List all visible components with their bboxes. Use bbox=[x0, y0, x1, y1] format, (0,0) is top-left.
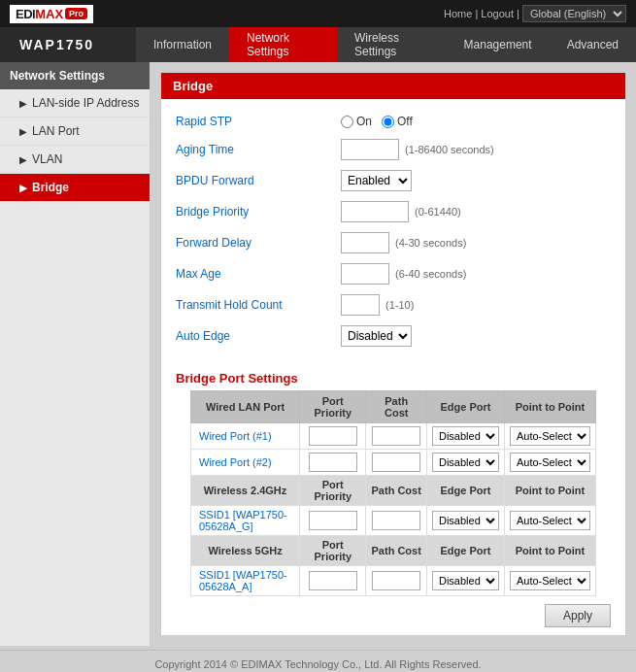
port-table: Wired LAN Port Port Priority Path Cost E… bbox=[190, 390, 596, 596]
rapid-stp-off-radio[interactable] bbox=[382, 116, 394, 128]
bridge-port-section-title: Bridge Port Settings bbox=[161, 361, 625, 390]
nav-network-settings[interactable]: Network Settings bbox=[229, 27, 337, 62]
nav-wireless-settings[interactable]: Wireless Settings bbox=[337, 27, 447, 62]
wired-port-2-p2p-cell: Auto-SelectEnabledDisabled bbox=[504, 450, 595, 476]
logo-box: EDIMAX Pro bbox=[10, 5, 93, 23]
wired-port-1-cost-input[interactable]: 20000 bbox=[372, 426, 420, 446]
wireless-24-ssid1-p2p-select[interactable]: Auto-SelectEnabledDisabled bbox=[510, 511, 590, 530]
bridge-priority-input[interactable]: 32768 bbox=[341, 201, 409, 222]
sidebar-title: Network Settings bbox=[0, 62, 150, 89]
rapid-stp-label: Rapid STP bbox=[176, 115, 341, 128]
wireless-5-ssid1-p2p-cell: Auto-SelectEnabledDisabled bbox=[504, 566, 595, 596]
bridge-priority-hint: (0-61440) bbox=[415, 206, 461, 218]
table-row: SSID1 [WAP1750-05628A_G] 128 200000 Disa… bbox=[191, 506, 596, 536]
auto-edge-label: Auto Edge bbox=[176, 329, 341, 343]
apply-button[interactable]: Apply bbox=[545, 604, 611, 627]
rapid-stp-row: Rapid STP On Off bbox=[176, 109, 611, 134]
forward-delay-input[interactable]: 15 bbox=[341, 232, 389, 253]
content-panel: Bridge Rapid STP On Off bbox=[160, 72, 626, 636]
logo-pro: Pro bbox=[65, 8, 87, 19]
language-select[interactable]: Global (English) bbox=[522, 5, 626, 22]
wireless-24-ssid1-name: SSID1 [WAP1750-05628A_G] bbox=[191, 506, 300, 536]
wired-port-1-name: Wired Port (#1) bbox=[191, 423, 300, 450]
wireless-5-ssid1-cost-cell: 200000 bbox=[366, 566, 427, 596]
nav-information[interactable]: Information bbox=[136, 27, 229, 62]
sidebar-item-label: VLAN bbox=[32, 152, 62, 166]
nav-management[interactable]: Management bbox=[447, 27, 550, 62]
model-bar: WAP1750 Information Network Settings Wir… bbox=[0, 27, 636, 62]
forward-delay-row: Forward Delay 15 (4-30 seconds) bbox=[176, 227, 611, 258]
sidebar-item-label: Bridge bbox=[32, 181, 69, 194]
col-edge-port-24: Edge Port bbox=[426, 476, 504, 506]
auto-edge-row: Auto Edge Disabled Enabled bbox=[176, 320, 611, 352]
logo-area: EDIMAX Pro bbox=[10, 5, 93, 23]
sidebar-item-bridge[interactable]: ▶ Bridge bbox=[0, 174, 150, 202]
sidebar-item-lan-ip[interactable]: ▶ LAN-side IP Address bbox=[0, 89, 150, 118]
auto-edge-control: Disabled Enabled bbox=[341, 325, 412, 347]
transmit-hold-label: Transmit Hold Count bbox=[176, 298, 341, 312]
wireless-5-ssid1-priority-cell: 128 bbox=[300, 566, 366, 596]
transmit-hold-control: 6 (1-10) bbox=[341, 294, 414, 316]
col-port-priority-24: Port Priority bbox=[300, 476, 366, 506]
wireless-5-ssid1-priority-input[interactable]: 128 bbox=[309, 571, 357, 590]
wired-port-1-p2p-select[interactable]: Auto-SelectEnabledDisabled bbox=[510, 426, 590, 446]
wired-port-2-priority-input[interactable]: 128 bbox=[309, 453, 357, 472]
wired-port-1-priority-input[interactable]: 128 bbox=[309, 426, 357, 446]
col-p2p-5: Point to Point bbox=[504, 536, 595, 566]
arrow-icon: ▶ bbox=[19, 154, 27, 165]
bridge-priority-label: Bridge Priority bbox=[176, 205, 341, 218]
top-bar-right: Home | Logout | Global (English) bbox=[444, 5, 626, 22]
bpdu-label: BPDU Forward bbox=[176, 174, 341, 187]
wired-port-1-p2p-cell: Auto-SelectEnabledDisabled bbox=[504, 423, 595, 450]
forward-delay-label: Forward Delay bbox=[176, 236, 341, 250]
rapid-stp-off-label[interactable]: Off bbox=[382, 115, 413, 128]
footer-text: Copyright 2014 © EDIMAX Technology Co., … bbox=[154, 658, 481, 670]
wireless-24-ssid1-edge-select[interactable]: DisabledEnabled bbox=[432, 511, 499, 530]
max-age-row: Max Age 20 (6-40 seconds) bbox=[176, 258, 611, 289]
wired-port-1-edge-select[interactable]: DisabledEnabled bbox=[432, 426, 499, 446]
sidebar-item-label: LAN-side IP Address bbox=[32, 96, 140, 110]
wireless-24-ssid1-p2p-cell: Auto-SelectEnabledDisabled bbox=[504, 506, 595, 536]
rapid-stp-on-label[interactable]: On bbox=[341, 115, 372, 128]
sidebar-item-vlan[interactable]: ▶ VLAN bbox=[0, 146, 150, 174]
col-edge-port-5: Edge Port bbox=[426, 536, 504, 566]
arrow-icon: ▶ bbox=[19, 126, 27, 137]
wireless-24-ssid1-priority-cell: 128 bbox=[300, 506, 366, 536]
wireless-5-ssid1-name: SSID1 [WAP1750-05628A_A] bbox=[191, 566, 300, 596]
bpdu-row: BPDU Forward Enabled Disabled bbox=[176, 165, 611, 196]
col-wired-lan-port: Wired LAN Port bbox=[191, 391, 300, 423]
bpdu-select[interactable]: Enabled Disabled bbox=[341, 170, 412, 191]
nav-advanced[interactable]: Advanced bbox=[550, 27, 636, 62]
wired-port-2-cost-input[interactable]: 20000 bbox=[372, 453, 420, 472]
nav-links: Home | Logout | bbox=[444, 8, 519, 19]
col-path-cost-5: Path Cost bbox=[366, 536, 427, 566]
max-age-hint: (6-40 seconds) bbox=[395, 268, 466, 280]
aging-time-control: 300 (1-86400 seconds) bbox=[341, 139, 494, 160]
wired-port-1-cost-cell: 20000 bbox=[366, 423, 427, 450]
wireless-24-ssid1-priority-input[interactable]: 128 bbox=[309, 511, 357, 530]
sidebar-item-label: LAN Port bbox=[32, 124, 80, 138]
table-row: Wired Port (#1) 128 20000 DisabledEnable… bbox=[191, 423, 596, 450]
wireless-24-ssid1-cost-input[interactable]: 200000 bbox=[372, 511, 420, 530]
sidebar: Network Settings ▶ LAN-side IP Address ▶… bbox=[0, 62, 151, 646]
wired-port-2-p2p-select[interactable]: Auto-SelectEnabledDisabled bbox=[510, 453, 590, 472]
wireless-5-ssid1-edge-select[interactable]: DisabledEnabled bbox=[432, 571, 499, 590]
rapid-stp-on-radio[interactable] bbox=[341, 116, 353, 128]
arrow-icon: ▶ bbox=[19, 183, 27, 193]
wired-port-2-cost-cell: 20000 bbox=[366, 450, 427, 476]
aging-time-input[interactable]: 300 bbox=[341, 139, 399, 160]
auto-edge-select[interactable]: Disabled Enabled bbox=[341, 325, 412, 347]
arrow-icon: ▶ bbox=[19, 98, 27, 109]
sidebar-item-lan-port[interactable]: ▶ LAN Port bbox=[0, 118, 150, 146]
transmit-hold-input[interactable]: 6 bbox=[341, 294, 380, 316]
wireless-5-ssid1-p2p-select[interactable]: Auto-SelectEnabledDisabled bbox=[510, 571, 590, 590]
logo-edi: EDI bbox=[16, 7, 35, 21]
wireless-5-ssid1-cost-input[interactable]: 200000 bbox=[372, 571, 420, 590]
col-port-priority-5: Port Priority bbox=[300, 536, 366, 566]
max-age-label: Max Age bbox=[176, 267, 341, 281]
wired-port-2-edge-select[interactable]: DisabledEnabled bbox=[432, 453, 499, 472]
max-age-control: 20 (6-40 seconds) bbox=[341, 263, 466, 285]
max-age-input[interactable]: 20 bbox=[341, 263, 389, 285]
apply-row: Apply bbox=[161, 596, 625, 635]
wireless-24-section-label: Wireless 2.4GHz bbox=[191, 476, 300, 506]
